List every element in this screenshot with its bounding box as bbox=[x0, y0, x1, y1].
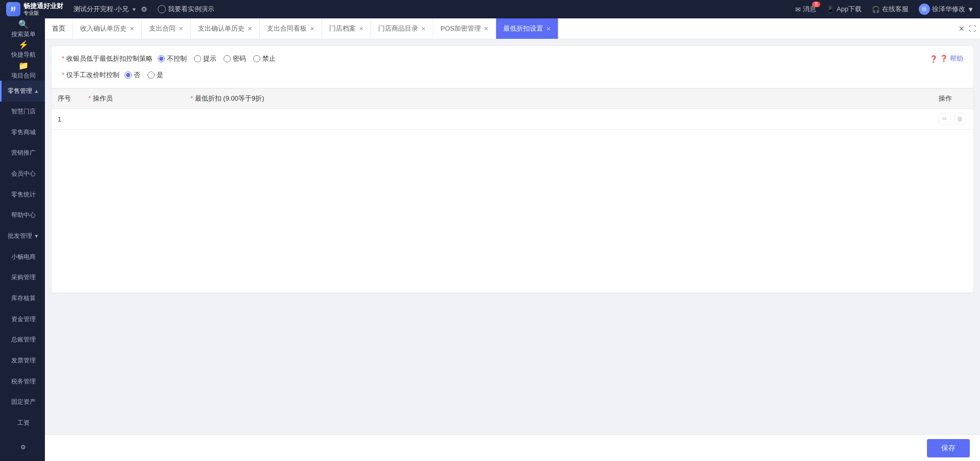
policy-remind-label: 提示 bbox=[203, 54, 216, 63]
table-body: 1 ✏ 🗑 bbox=[52, 109, 973, 293]
settings-icon[interactable]: ⚙ bbox=[141, 5, 148, 13]
policy-password-label: 密码 bbox=[233, 54, 246, 63]
sidebar-item-retail[interactable]: 零售管理 ▲ bbox=[0, 81, 45, 102]
sidebar-item-finance[interactable]: 资金管理 bbox=[0, 309, 45, 330]
th-discount-label: 最低折扣 (9.00等于9折) bbox=[195, 94, 264, 102]
close-tab-icon[interactable]: ✕ bbox=[959, 25, 965, 33]
policy-password-input[interactable] bbox=[224, 55, 231, 62]
main-card: * 收银员低于最低折扣控制策略 不控制 提示 bbox=[51, 45, 974, 294]
manual-yes[interactable]: 是 bbox=[148, 70, 163, 80]
tab-store-goods-close[interactable]: ✕ bbox=[421, 26, 426, 32]
tab-payment-history[interactable]: 支出确认单历史 ✕ bbox=[191, 18, 260, 39]
sidebar-item-smart-store[interactable]: 智慧门店 bbox=[0, 102, 45, 123]
table-header-row: 序号 * 操作员 * 最低折扣 (9.00等于9折) bbox=[52, 89, 973, 109]
help-link[interactable]: ❓ ❓ 帮助 bbox=[929, 54, 963, 63]
tab-payment-board[interactable]: 支出合同看板 ✕ bbox=[260, 18, 322, 39]
tab-payment-contract-close[interactable]: ✕ bbox=[179, 26, 183, 32]
service-icon: 🎧 bbox=[872, 6, 880, 13]
sidebar-item-member[interactable]: 会员中心 bbox=[0, 164, 45, 185]
tab-payment-history-close[interactable]: ✕ bbox=[248, 26, 252, 32]
app-download-button[interactable]: 📱 App下载 bbox=[826, 5, 862, 14]
policy-password[interactable]: 密码 bbox=[224, 54, 246, 63]
sidebar-label-help: 帮助中心 bbox=[11, 211, 36, 220]
wholesale-arrow-icon: ▼ bbox=[34, 233, 39, 239]
sidebar-item-retail-mall[interactable]: 零售商城 bbox=[0, 122, 45, 143]
policy-no-control-input[interactable] bbox=[158, 55, 165, 62]
message-button[interactable]: ✉ 消息 8 bbox=[795, 5, 816, 14]
online-service-button[interactable]: 🎧 在线客服 bbox=[872, 5, 909, 14]
demo-button[interactable]: 我要看实例演示 bbox=[158, 5, 214, 14]
tab-pos-password-close[interactable]: ✕ bbox=[484, 26, 488, 32]
tab-store-archive-close[interactable]: ✕ bbox=[359, 26, 363, 32]
tab-store-goods[interactable]: 门店商品目录 ✕ bbox=[371, 18, 433, 39]
bottom-bar: 保存 bbox=[45, 434, 980, 461]
policy-forbid-input[interactable] bbox=[253, 55, 260, 62]
policy-forbid[interactable]: 禁止 bbox=[253, 54, 276, 63]
edit-row-button[interactable]: ✏ bbox=[939, 113, 951, 125]
sidebar-item-stock[interactable]: 库存核算 bbox=[0, 288, 45, 309]
help-text: ❓ 帮助 bbox=[940, 54, 963, 63]
form-row-manual: * 仅手工改价时控制 否 是 bbox=[62, 70, 963, 80]
sidebar-item-shortcut[interactable]: ⚡ 快捷导航 bbox=[0, 39, 45, 60]
sidebar-item-project[interactable]: 📁 项目合同 bbox=[0, 60, 45, 81]
sidebar-label-member: 会员中心 bbox=[11, 170, 36, 178]
th-action-label: 操作 bbox=[939, 94, 952, 102]
sidebar-item-ledger[interactable]: 总账管理 bbox=[0, 330, 45, 351]
sidebar-item-search[interactable]: 🔍 搜索菜单 bbox=[0, 18, 45, 39]
policy-forbid-label: 禁止 bbox=[262, 54, 276, 63]
sidebar-item-help[interactable]: 帮助中心 bbox=[0, 205, 45, 226]
sidebar-item-ecommerce[interactable]: 小畅电商 bbox=[0, 247, 45, 268]
tab-home-label: 首页 bbox=[52, 24, 65, 33]
th-action: 操作 bbox=[933, 89, 973, 109]
policy-no-control[interactable]: 不控制 bbox=[158, 54, 187, 63]
user-menu[interactable]: 徐 徐泽华修改 ▼ bbox=[919, 4, 974, 15]
tab-min-discount[interactable]: 最低折扣设置 ✕ bbox=[496, 18, 558, 39]
tab-income-history-close[interactable]: ✕ bbox=[130, 26, 134, 32]
tab-min-discount-label: 最低折扣设置 bbox=[503, 24, 543, 33]
policy-remind-input[interactable] bbox=[194, 55, 201, 62]
tab-payment-history-label: 支出确认单历史 bbox=[198, 24, 244, 33]
sidebar: 🔍 搜索菜单 ⚡ 快捷导航 📁 项目合同 零售管理 ▲ 智慧门店 零售商城 营销… bbox=[0, 18, 45, 461]
manual-text: 仅手工改价时控制 bbox=[66, 71, 119, 79]
sidebar-item-salary[interactable]: 工资 bbox=[0, 413, 45, 433]
table-empty-row bbox=[52, 130, 973, 293]
shortcut-icon: ⚡ bbox=[18, 40, 29, 50]
tab-home[interactable]: 首页 bbox=[45, 18, 73, 39]
sidebar-label-project: 项目合同 bbox=[11, 72, 36, 80]
sidebar-label-stock: 库存核算 bbox=[11, 295, 36, 303]
search-icon: 🔍 bbox=[18, 19, 29, 29]
sidebar-item-invoice[interactable]: 发票管理 bbox=[0, 351, 45, 372]
policy-remind[interactable]: 提示 bbox=[194, 54, 216, 63]
manual-yes-input[interactable] bbox=[148, 71, 155, 79]
online-service-label: 在线客服 bbox=[882, 5, 909, 14]
sidebar-label-retail-mall: 零售商城 bbox=[11, 129, 36, 137]
required-star-1: * bbox=[62, 55, 64, 62]
delete-row-button[interactable]: 🗑 bbox=[954, 113, 966, 125]
save-button[interactable]: 保存 bbox=[927, 439, 970, 457]
tab-min-discount-close[interactable]: ✕ bbox=[546, 26, 551, 32]
tab-store-archive[interactable]: 门店档案 ✕ bbox=[322, 18, 371, 39]
tab-income-history[interactable]: 收入确认单历史 ✕ bbox=[73, 18, 142, 39]
tab-pos-password[interactable]: POS加密管理 ✕ bbox=[433, 18, 496, 39]
required-star-2: * bbox=[62, 71, 64, 79]
manual-no[interactable]: 否 bbox=[125, 70, 140, 80]
manual-no-input[interactable] bbox=[125, 71, 132, 79]
sidebar-item-marketing[interactable]: 营销推广 bbox=[0, 143, 45, 164]
tab-payment-contract[interactable]: 支出合同 ✕ bbox=[142, 18, 191, 39]
cell-seq-1: 1 bbox=[52, 109, 82, 130]
sidebar-settings-button[interactable]: ⚙ bbox=[0, 433, 45, 461]
tab-income-history-label: 收入确认单历史 bbox=[80, 24, 127, 33]
sidebar-item-wholesale[interactable]: 批发管理 ▼ bbox=[0, 226, 45, 247]
tab-payment-board-close[interactable]: ✕ bbox=[310, 26, 314, 32]
maximize-icon[interactable]: ⛶ bbox=[969, 25, 976, 33]
table-scroll: 序号 * 操作员 * 最低折扣 (9.00等于9折) bbox=[52, 88, 973, 293]
project-selector[interactable]: 测试分开完程·小兄 ▼ bbox=[74, 5, 137, 14]
sidebar-item-tax[interactable]: 税务管理 bbox=[0, 371, 45, 392]
th-operator-required: * bbox=[88, 94, 91, 102]
sidebar-label-ecommerce: 小畅电商 bbox=[11, 253, 36, 261]
sidebar-item-retail-stat[interactable]: 零售统计 bbox=[0, 184, 45, 205]
content-area: 首页 收入确认单历史 ✕ 支出合同 ✕ 支出确认单历史 ✕ 支出合同看板 ✕ 门… bbox=[45, 18, 980, 461]
sidebar-label-smart-store: 智慧门店 bbox=[11, 108, 36, 116]
sidebar-item-fixed-assets[interactable]: 固定资产 bbox=[0, 392, 45, 413]
sidebar-item-purchase[interactable]: 采购管理 bbox=[0, 268, 45, 288]
